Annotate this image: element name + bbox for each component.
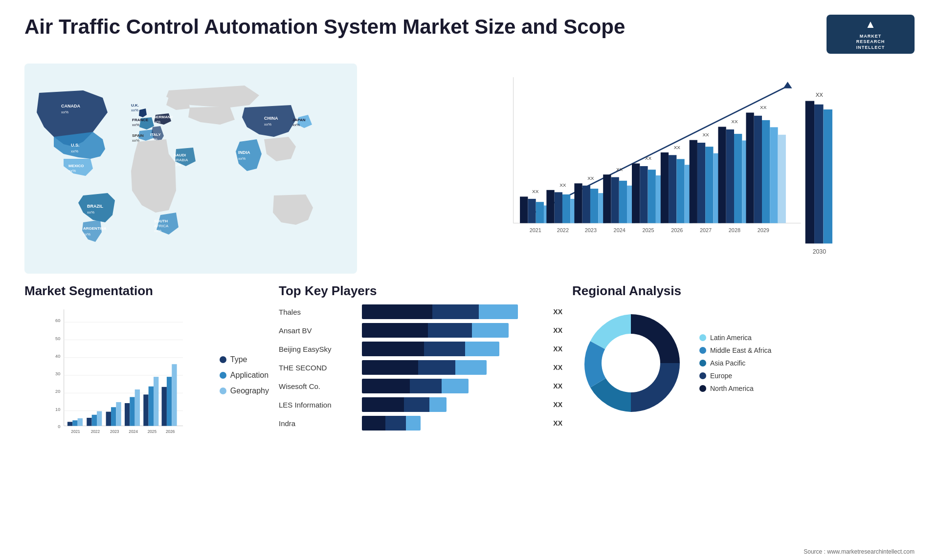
- bottom-row: Market Segmentation 0 10 20 30 40 50: [24, 283, 915, 450]
- svg-text:xx%: xx%: [83, 232, 90, 237]
- seg-chart: 0 10 20 30 40 50 60: [24, 304, 210, 446]
- svg-rect-127: [135, 389, 140, 426]
- svg-text:FRANCE: FRANCE: [132, 118, 149, 122]
- player-bar-ansart: [362, 323, 545, 338]
- svg-text:2022: 2022: [91, 430, 100, 434]
- donut-svg: [572, 304, 690, 422]
- svg-text:xx%: xx%: [87, 210, 94, 215]
- svg-text:xx%: xx%: [154, 229, 161, 233]
- legend-label-application: Application: [230, 371, 268, 380]
- seg-legend: Type Application Geography: [215, 304, 269, 446]
- logo-line3: INTELLECT: [856, 45, 885, 51]
- svg-text:xx%: xx%: [292, 123, 300, 127]
- legend-dot-application: [220, 372, 226, 379]
- svg-text:BRAZIL: BRAZIL: [87, 204, 103, 209]
- svg-text:2026: 2026: [166, 430, 175, 434]
- bar-chart-overlay: 2030 XX: [391, 68, 939, 279]
- svg-text:2025: 2025: [148, 430, 157, 434]
- svg-rect-95: [824, 109, 832, 243]
- player-row-ansart: Ansart BV XX: [279, 323, 562, 338]
- player-xx-second: XX: [553, 364, 562, 371]
- reg-legend-latin: Latin America: [699, 334, 771, 342]
- legend-dot-type: [220, 356, 226, 363]
- svg-text:xx%: xx%: [264, 122, 271, 127]
- reg-legend-asia: Asia Pacific: [699, 359, 771, 367]
- page-title: Air Traffic Control Automation System Ma…: [24, 15, 625, 39]
- regional-section: Regional Analysis: [572, 283, 915, 450]
- player-bar-wisesoft: [362, 379, 545, 393]
- svg-text:CHINA: CHINA: [264, 116, 278, 121]
- page-container: Air Traffic Control Automation System Ma…: [0, 0, 939, 560]
- svg-rect-118: [92, 415, 97, 426]
- svg-text:AFRICA: AFRICA: [154, 224, 169, 228]
- reg-legend-mea: Middle East & Africa: [699, 346, 771, 354]
- reg-label-mea: Middle East & Africa: [710, 346, 771, 354]
- logo-line2: RESEARCH: [856, 39, 885, 45]
- regional-content: Latin America Middle East & Africa Asia …: [572, 304, 915, 422]
- player-xx-wisesoft: XX: [553, 382, 562, 390]
- svg-text:xx%: xx%: [61, 110, 68, 114]
- segmentation-section: Market Segmentation 0 10 20 30 40 50: [24, 283, 269, 450]
- svg-rect-114: [72, 420, 77, 426]
- legend-dot-geography: [220, 388, 226, 394]
- svg-rect-131: [154, 377, 158, 426]
- player-row-second: THE SECOND XX: [279, 360, 562, 375]
- svg-rect-122: [111, 407, 116, 426]
- player-name-thales: Thales: [279, 308, 357, 316]
- world-map: CANADA xx% U.S. xx% MEXICO xx% BRAZIL xx…: [24, 64, 357, 274]
- svg-text:30: 30: [55, 371, 60, 376]
- svg-text:XX: XX: [816, 92, 824, 98]
- seg-svg: 0 10 20 30 40 50 60: [24, 304, 210, 446]
- legend-label-type: Type: [230, 355, 247, 364]
- reg-legend-na: North America: [699, 385, 771, 392]
- svg-text:U.K.: U.K.: [131, 103, 139, 108]
- svg-rect-113: [67, 422, 72, 426]
- reg-dot-latin: [699, 334, 706, 341]
- svg-rect-123: [116, 402, 121, 426]
- player-row-wisesoft: Wisesoft Co. XX: [279, 379, 562, 393]
- legend-application: Application: [220, 371, 269, 380]
- svg-text:40: 40: [55, 354, 60, 359]
- logo-line1: MARKET: [860, 34, 882, 40]
- player-bar-thales: [362, 304, 545, 319]
- reg-label-europe: Europe: [710, 372, 732, 380]
- player-xx-indra: XX: [553, 419, 562, 427]
- svg-text:20: 20: [55, 389, 60, 394]
- player-xx-ansart: XX: [553, 326, 562, 334]
- player-row-beijing: Beijing EasySky XX: [279, 342, 562, 356]
- reg-dot-na: [699, 385, 706, 392]
- legend-geography: Geography: [220, 387, 269, 395]
- svg-rect-134: [167, 377, 172, 426]
- player-bar-beijing: [362, 342, 545, 356]
- svg-point-137: [602, 334, 660, 392]
- header: Air Traffic Control Automation System Ma…: [24, 15, 915, 54]
- logo-icon: ▲: [865, 18, 876, 32]
- svg-text:10: 10: [55, 407, 60, 412]
- player-bar-indra: [362, 416, 545, 431]
- player-xx-beijing: XX: [553, 345, 562, 353]
- svg-text:SAUDI: SAUDI: [174, 153, 186, 157]
- svg-rect-117: [87, 418, 91, 426]
- legend-label-geography: Geography: [230, 387, 269, 395]
- top-row: CANADA xx% U.S. xx% MEXICO xx% BRAZIL xx…: [24, 64, 915, 274]
- svg-rect-133: [162, 387, 167, 426]
- player-name-second: THE SECOND: [279, 364, 357, 372]
- svg-text:SOUTH: SOUTH: [154, 219, 168, 223]
- player-name-indra: Indra: [279, 419, 357, 428]
- player-name-beijing: Beijing EasySky: [279, 345, 357, 353]
- reg-label-na: North America: [710, 385, 754, 392]
- svg-text:2021: 2021: [71, 430, 80, 434]
- svg-rect-135: [172, 364, 177, 426]
- svg-text:xx%: xx%: [71, 149, 78, 153]
- players-title: Top Key Players: [279, 283, 562, 299]
- svg-text:ARGENTINA: ARGENTINA: [83, 226, 107, 231]
- svg-rect-121: [106, 412, 111, 426]
- svg-text:xx%: xx%: [68, 169, 76, 173]
- svg-text:xx%: xx%: [131, 108, 138, 112]
- bar-chart-section: 2021 XX 2022 XX 2023 XX: [367, 64, 915, 274]
- svg-text:2030: 2030: [813, 248, 826, 255]
- reg-dot-mea: [699, 347, 706, 354]
- reg-dot-europe: [699, 372, 706, 379]
- svg-rect-125: [125, 403, 130, 426]
- svg-text:CANADA: CANADA: [61, 104, 80, 108]
